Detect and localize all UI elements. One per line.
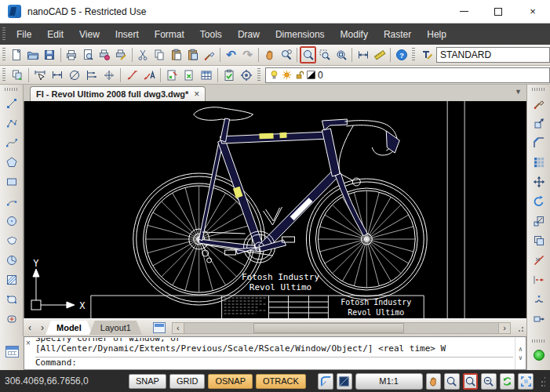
menubar-grip[interactable] [2, 27, 5, 42]
table-button[interactable] [198, 67, 215, 84]
command-scrollbar[interactable]: ∧ ∨ [515, 337, 526, 369]
copy-button[interactable] [151, 46, 168, 64]
help-button[interactable]: ? [393, 46, 410, 64]
scale-display[interactable]: M1:1 [355, 373, 423, 390]
command-history[interactable]: Specify corner of window, or [All/Center… [35, 338, 513, 358]
clipboard-check-button[interactable] [220, 67, 238, 84]
spline-button[interactable] [2, 132, 22, 152]
hatch-button[interactable] [2, 270, 22, 289]
measure-button[interactable] [371, 46, 388, 64]
scroll-down-icon[interactable]: ∨ [519, 354, 523, 361]
zoom-dynamic-button[interactable] [316, 46, 333, 64]
dock-grip[interactable] [532, 339, 546, 343]
document-close-icon[interactable]: × [194, 89, 199, 99]
layer-lock-icon[interactable] [294, 70, 304, 80]
menu-draw[interactable]: Draw [230, 24, 268, 45]
match-properties-button[interactable] [9, 67, 26, 84]
polyline-button[interactable] [2, 113, 22, 132]
layer-color-swatch[interactable] [307, 71, 315, 79]
scale-button[interactable] [529, 211, 549, 230]
ucs-toggle-button[interactable] [318, 373, 333, 390]
menu-help[interactable]: Help [419, 24, 454, 45]
menu-modify[interactable]: Modify [333, 24, 376, 45]
status-zoom-out-button[interactable] [481, 373, 497, 390]
layers-toolbar-grip[interactable] [257, 68, 260, 82]
layout-preview-icon[interactable] [153, 322, 166, 333]
maximize-button[interactable] [481, 0, 515, 23]
explode-button[interactable] [529, 113, 549, 132]
rotate-button[interactable] [529, 191, 549, 211]
dim-baseline-button[interactable] [83, 67, 100, 84]
scroll-thumb[interactable] [253, 323, 404, 333]
viewport-toggle-button[interactable] [337, 373, 352, 390]
menu-dimensions[interactable]: Dimensions [268, 24, 333, 45]
format-painter-button[interactable] [201, 46, 217, 64]
tab-layout1[interactable]: Layout1 [89, 321, 142, 335]
zoom-extents-button[interactable] [333, 46, 349, 64]
redo-button[interactable]: ↷ [239, 46, 256, 64]
tab-model[interactable]: Model [46, 321, 93, 335]
layer-combo[interactable]: 0 [265, 67, 550, 83]
document-tab[interactable]: FI - Revol Ultimo 2008 full dwg3.dwg* × [30, 86, 206, 101]
polygon-button[interactable] [2, 152, 22, 172]
osnap-toggle[interactable]: OSNAP [208, 374, 253, 389]
text-style-button[interactable] [418, 46, 435, 64]
status-pan-button[interactable] [426, 373, 442, 390]
status-zoom-window-button[interactable] [463, 373, 479, 390]
line-button[interactable] [2, 93, 22, 113]
leader-button[interactable] [123, 67, 140, 84]
status-zoom-in-button[interactable] [444, 373, 460, 390]
revcloud-button[interactable] [2, 230, 22, 250]
status-zoom-extents-button[interactable] [518, 373, 534, 390]
layer-freeze-icon[interactable] [282, 70, 292, 80]
boundary-button[interactable] [2, 309, 22, 328]
scroll-right-button[interactable]: › [498, 322, 511, 334]
snap-toggle[interactable]: SNAP [129, 374, 166, 389]
close-button[interactable]: × [515, 0, 550, 23]
options-button[interactable] [238, 67, 255, 84]
break-button[interactable] [529, 289, 549, 309]
menu-file[interactable]: File [9, 24, 39, 45]
document-tabs-menu-button[interactable]: ▼ [515, 88, 522, 96]
dim-edit-button[interactable] [31, 67, 49, 84]
toolbar2-grip[interactable] [2, 68, 5, 82]
command-prompt[interactable]: Command: [35, 358, 513, 368]
plot-stamp-button[interactable] [97, 46, 113, 64]
text-style-combo[interactable]: STANDARD [436, 47, 550, 63]
status-indicator-icon[interactable] [534, 350, 545, 361]
horizontal-scrollbar[interactable]: ‹ › [172, 321, 511, 335]
menu-view[interactable]: View [71, 24, 107, 45]
circle-button[interactable] [2, 211, 22, 230]
menu-format[interactable]: Format [147, 24, 192, 45]
stretch-button[interactable] [529, 309, 549, 328]
menu-edit[interactable]: Edit [39, 24, 71, 45]
xref-button[interactable] [180, 67, 198, 84]
menu-tools[interactable]: Tools [192, 24, 230, 45]
regen-button[interactable] [500, 373, 515, 390]
minimize-button[interactable] [446, 0, 481, 23]
scroll-up-icon[interactable]: ∧ [519, 346, 523, 353]
command-close-icon[interactable]: × [26, 339, 31, 347]
draw-toolbar-grip[interactable] [5, 88, 19, 91]
scroll-left-button[interactable]: ‹ [172, 322, 184, 334]
dim-center-button[interactable] [100, 67, 118, 84]
print-preview-button[interactable] [80, 46, 97, 64]
erase-button[interactable] [529, 93, 549, 113]
ellipse-arc-button[interactable] [2, 250, 22, 270]
print-button[interactable] [64, 46, 80, 64]
zoom-realtime-button[interactable] [278, 46, 294, 64]
resize-grip[interactable] [514, 322, 525, 333]
toolbar1-grip[interactable] [2, 48, 5, 62]
style-toolbar-grip[interactable] [412, 48, 415, 62]
copy-obj-button[interactable] [529, 230, 549, 250]
undo-button[interactable]: ↶ [223, 46, 239, 64]
array-button[interactable] [529, 152, 549, 172]
extend-button[interactable] [529, 270, 549, 289]
layer-visibility-icon[interactable] [269, 70, 279, 80]
paste-special-button[interactable] [184, 46, 201, 64]
arc-button[interactable] [2, 191, 22, 211]
command-window[interactable]: × Specify corner of window, or [All/Cent… [24, 336, 526, 370]
region-button[interactable] [2, 289, 22, 309]
print-settings-button[interactable] [113, 46, 129, 64]
otrack-toggle[interactable]: OTRACK [256, 374, 306, 389]
